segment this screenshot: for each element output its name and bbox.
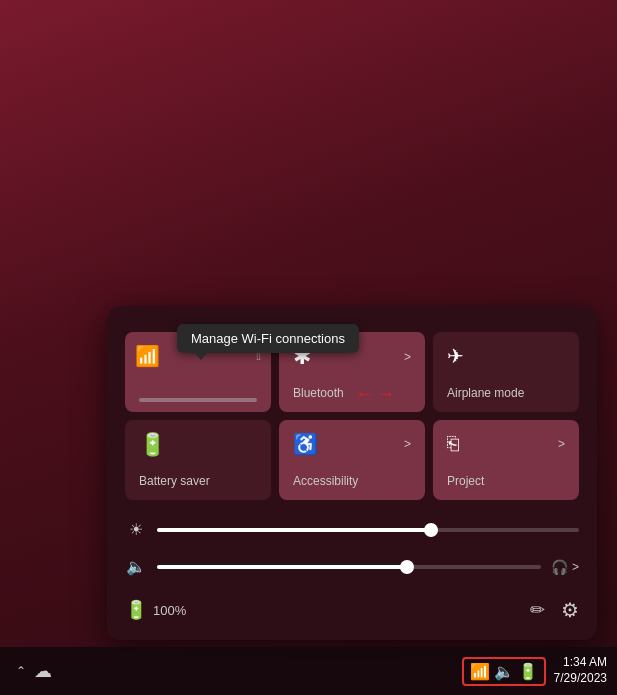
taskbar-date: 7/29/2023	[554, 671, 607, 687]
brightness-slider-row: ☀	[125, 520, 579, 539]
taskbar-left: ⌃ ☁	[16, 660, 52, 682]
volume-output: 🎧 >	[551, 559, 579, 575]
bluetooth-chevron[interactable]: >	[404, 350, 411, 364]
brightness-track[interactable]	[157, 528, 579, 532]
taskbar-volume-icon: 🔈	[494, 662, 514, 681]
brightness-icon: ☀	[125, 520, 147, 539]
wifi-tooltip: Manage Wi-Fi connections	[177, 324, 359, 353]
sliders-section: ☀ 🔈 🎧 >	[125, 520, 579, 576]
taskbar-quick-settings-group[interactable]: 📶 🔈 🔋	[462, 657, 546, 686]
battery-saver-tile[interactable]: 🔋 Battery saver	[125, 420, 271, 500]
accessibility-label: Accessibility	[293, 464, 358, 488]
settings-icon[interactable]: ⚙	[561, 598, 579, 622]
airplane-label: Airplane mode	[447, 376, 524, 400]
taskbar-time: 1:34 AM	[563, 655, 607, 671]
project-tile[interactable]: ⎗ > Project	[433, 420, 579, 500]
taskbar-system-icons: 📶 🔈 🔋	[462, 657, 546, 686]
brightness-thumb[interactable]	[424, 523, 438, 537]
brightness-fill	[157, 528, 431, 532]
taskbar-clock[interactable]: 1:34 AM 7/29/2023	[554, 655, 607, 686]
accessibility-chevron[interactable]: >	[404, 437, 411, 451]
bottom-right-actions: ✏ ⚙	[530, 598, 579, 622]
project-icon: ⎗	[447, 432, 459, 455]
headphone-icon: 🎧	[551, 559, 568, 575]
bluetooth-label: Bluetooth	[293, 376, 344, 400]
battery-charging-icon: 🔋	[125, 599, 147, 621]
volume-fill	[157, 565, 407, 569]
volume-slider-row: 🔈 🎧 >	[125, 557, 579, 576]
volume-chevron[interactable]: >	[572, 560, 579, 574]
project-chevron[interactable]: >	[558, 437, 565, 451]
bottom-bar: 🔋 100% ✏ ⚙	[125, 598, 579, 622]
wifi-icon: 📶	[135, 344, 160, 368]
taskbar-battery-icon: 🔋	[518, 662, 538, 681]
project-tile-top: ⎗ >	[447, 432, 565, 455]
battery-percent: 100%	[153, 603, 186, 618]
project-label: Project	[447, 464, 484, 488]
accessibility-tile-top: ♿ >	[293, 432, 411, 456]
wifi-signal-bar	[139, 398, 257, 402]
accessibility-icon: ♿	[293, 432, 318, 456]
tooltip-text: Manage Wi-Fi connections	[191, 331, 345, 346]
edit-icon[interactable]: ✏	[530, 599, 545, 621]
accessibility-tile[interactable]: ♿ > Accessibility	[279, 420, 425, 500]
airplane-tile-top: ✈	[447, 344, 565, 368]
battery-saver-label: Battery saver	[139, 464, 210, 488]
taskbar-wifi-icon: 📶	[470, 662, 490, 681]
onedrive-icon[interactable]: ☁	[34, 660, 52, 682]
battery-saver-tile-top: 🔋	[139, 432, 257, 458]
airplane-icon: ✈	[447, 344, 464, 368]
tiles-grid: 📶  ✱ > Bluetooth ✈ Airplane mode 🔋	[125, 332, 579, 500]
airplane-tile[interactable]: ✈ Airplane mode	[433, 332, 579, 412]
volume-icon: 🔈	[125, 557, 147, 576]
battery-saver-icon: 🔋	[139, 432, 166, 458]
volume-track[interactable]	[157, 565, 541, 569]
battery-info: 🔋 100%	[125, 599, 186, 621]
quick-settings-panel: Manage Wi-Fi connections 📶  ✱ > Bluetoo…	[107, 306, 597, 640]
taskbar: ⌃ ☁ 📶 🔈 🔋 1:34 AM 7/29/2023	[0, 647, 617, 695]
volume-thumb[interactable]	[400, 560, 414, 574]
show-hidden-icons-button[interactable]: ⌃	[16, 664, 26, 678]
